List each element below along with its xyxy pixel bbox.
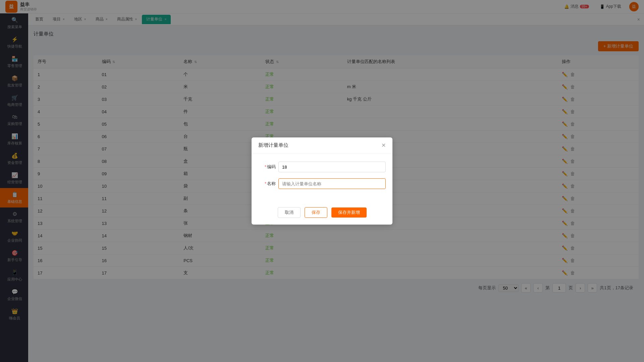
save-new-button[interactable]: 保存并新增 [331,207,367,218]
code-label: 编码 [258,164,278,170]
code-input[interactable] [278,162,386,172]
cancel-button[interactable]: 取消 [278,207,301,218]
modal-overlay[interactable]: 新增计量单位 ✕ 编码 名称 取消 保存 保存并新增 [0,0,644,362]
save-button[interactable]: 保存 [305,207,327,218]
name-input[interactable] [278,178,386,189]
modal-title: 新增计量单位 [258,142,288,148]
add-unit-modal: 新增计量单位 ✕ 编码 名称 取消 保存 保存并新增 [252,137,392,225]
modal-footer: 取消 保存 保存并新增 [252,203,392,225]
modal-close-button[interactable]: ✕ [381,142,386,148]
name-label: 名称 [258,181,278,187]
modal-body: 编码 名称 [252,154,392,203]
modal-header: 新增计量单位 ✕ [252,137,392,154]
code-field-row: 编码 [258,162,386,172]
name-field-row: 名称 [258,178,386,189]
